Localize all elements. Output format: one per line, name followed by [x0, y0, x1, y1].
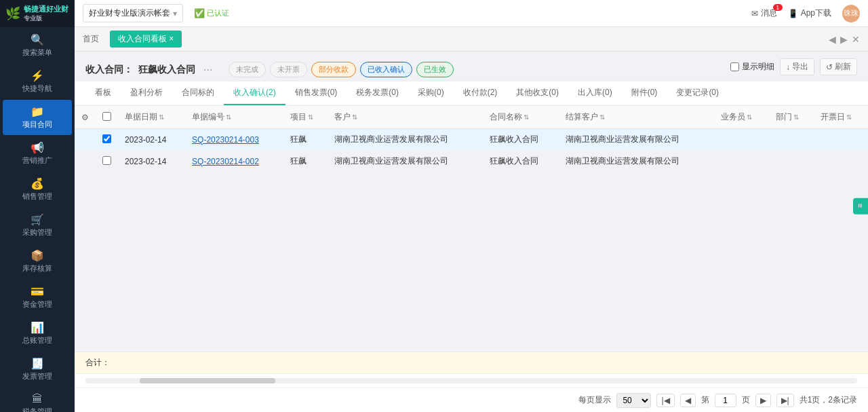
sidebar-item-5[interactable]: 🛒采购管理 — [3, 208, 72, 243]
row-checkbox-cell-1[interactable] — [96, 151, 118, 172]
sidebar-item-9[interactable]: 🧾发票管理 — [3, 352, 72, 387]
show-detail-toggle[interactable]: 显示明细 — [730, 61, 774, 73]
more-actions-btn[interactable]: ··· — [201, 64, 215, 76]
sidebar-item-icon-3: 📢 — [31, 141, 44, 154]
row-order-no-1[interactable]: SQ-20230214-002 — [185, 151, 283, 172]
horizontal-scrollbar[interactable] — [85, 378, 857, 383]
status-btn-4[interactable]: 已生效 — [416, 62, 454, 77]
status-btn-3[interactable]: 已收入确认 — [360, 62, 412, 77]
close-icon[interactable]: ✕ — [852, 34, 860, 45]
messages-btn[interactable]: ✉ 1 消息 — [751, 7, 777, 19]
order-no-link-0[interactable]: SQ-20230214-003 — [192, 135, 259, 145]
sub-tab-9[interactable]: 出入库(0) — [568, 81, 622, 105]
page-size-label: 每页显示 — [578, 394, 611, 406]
active-tab-btn[interactable]: 收入合同看板 × — [110, 31, 182, 48]
table-row[interactable]: 2023-02-14 SQ-20230214-002 狂飙 湖南卫视商业运营发展… — [75, 151, 868, 172]
order-no-link-1[interactable]: SQ-20230214-002 — [192, 157, 259, 166]
sidebar-item-4[interactable]: 💰销售管理 — [3, 172, 72, 207]
row-customer-1: 湖南卫视商业运营发展有限公司 — [328, 151, 483, 172]
sub-tab-2[interactable]: 合同标的 — [172, 81, 224, 105]
nav-next-icon[interactable]: ▶ — [840, 34, 848, 45]
sidebar-item-0[interactable]: 🔍搜索菜单 — [3, 28, 72, 63]
table-footer: 合计： — [75, 352, 868, 373]
sidebar-item-8[interactable]: 📊总账管理 — [3, 316, 72, 351]
row-checkbox-cell-0[interactable] — [96, 129, 118, 151]
sub-tab-4[interactable]: 销售发票(0) — [285, 81, 347, 105]
sub-tab-6[interactable]: 采购(0) — [408, 81, 454, 105]
row-checkbox-0[interactable] — [102, 134, 111, 143]
sidebar-item-icon-7: 💳 — [31, 285, 44, 298]
next-page-btn[interactable]: ▶ — [755, 394, 771, 407]
panel-icon: ≡ — [856, 203, 865, 208]
breadcrumb-home[interactable]: 首页 — [83, 33, 99, 45]
sidebar-item-7[interactable]: 💳资金管理 — [3, 280, 72, 315]
right-panel-toggle[interactable]: ≡ — [853, 198, 868, 214]
row-settings-1 — [75, 151, 96, 172]
sub-tab-3[interactable]: 收入确认(2) — [224, 81, 285, 105]
salesperson-column-header[interactable]: 业务员⇅ — [714, 106, 768, 129]
sidebar-item-label-5: 采购管理 — [22, 227, 52, 238]
app-download-btn[interactable]: 📱 App下载 — [788, 7, 831, 19]
check-circle-icon: ✅ — [194, 8, 205, 18]
data-table: ⚙ 单据日期⇅ 单据编号⇅ 项目⇅ 客户⇅ 合同名称⇅ 结算客户⇅ 业务员⇅ 部… — [75, 106, 868, 172]
status-btn-0[interactable]: 未完成 — [229, 62, 266, 77]
status-btn-2[interactable]: 部分收款 — [311, 62, 356, 77]
nav-prev-icon[interactable]: ◀ — [829, 34, 836, 45]
row-contract-name-1: 狂飙收入合同 — [483, 151, 559, 172]
company-dropdown-icon: ▾ — [173, 9, 177, 18]
sub-tab-7[interactable]: 收付款(2) — [454, 81, 507, 105]
prev-page-btn[interactable]: ◀ — [680, 394, 696, 407]
sub-tab-10[interactable]: 附件(0) — [622, 81, 667, 105]
customer-column-header[interactable]: 客户⇅ — [328, 106, 483, 129]
select-all-checkbox[interactable] — [102, 112, 111, 121]
invoice-date-column-header[interactable]: 开票日⇅ — [814, 106, 868, 129]
first-page-btn[interactable]: |◀ — [656, 394, 674, 407]
company-selector[interactable]: 好业财专业版演示帐套 ▾ — [83, 4, 183, 22]
sidebar-item-icon-5: 🛒 — [31, 213, 44, 226]
sidebar-item-3[interactable]: 📢营销推广 — [3, 136, 72, 171]
row-department-1 — [769, 151, 814, 172]
table-row[interactable]: 2023-02-14 SQ-20230214-003 狂飙 湖南卫视商业运营发展… — [75, 129, 868, 151]
avatar: 珠珠 — [842, 5, 860, 22]
verified-label: 已认证 — [207, 8, 229, 18]
sidebar-item-1[interactable]: ⚡快捷导航 — [3, 64, 72, 99]
page-size-select[interactable]: 50 100 200 — [616, 393, 651, 408]
contract-header: 收入合同： 狂飙收入合同 ··· 未完成未开票部分收款已收入确认已生效 显示明细… — [75, 52, 868, 81]
settlement-customer-column-header[interactable]: 结算客户⇅ — [559, 106, 714, 129]
sub-tab-5[interactable]: 税务发票(0) — [347, 81, 408, 105]
contract-status-buttons: 未完成未开票部分收款已收入确认已生效 — [229, 62, 454, 77]
sidebar-item-label-0: 搜索菜单 — [22, 48, 52, 58]
select-all-header[interactable] — [96, 106, 118, 129]
project-column-header[interactable]: 项目⇅ — [283, 106, 328, 129]
contract-name-column-header[interactable]: 合同名称⇅ — [483, 106, 559, 129]
sidebar-item-2[interactable]: 📁项目合同 — [3, 100, 72, 135]
user-avatar-btn[interactable]: 珠珠 — [842, 5, 860, 22]
export-btn[interactable]: ↓ 导出 — [780, 58, 814, 75]
show-detail-checkbox[interactable] — [730, 62, 739, 71]
row-customer-0: 湖南卫视商业运营发展有限公司 — [328, 129, 483, 151]
scroll-thumb[interactable] — [140, 378, 275, 383]
app-title: 畅捷通好业财 — [24, 4, 68, 14]
status-btn-1[interactable]: 未开票 — [270, 62, 307, 77]
page-number-input[interactable] — [715, 394, 736, 407]
date-column-header[interactable]: 单据日期⇅ — [118, 106, 185, 129]
sidebar-item-label-10: 税务管理 — [22, 407, 52, 412]
sidebar-item-10[interactable]: 🏛税务管理 — [3, 388, 72, 412]
row-order-no-0[interactable]: SQ-20230214-003 — [185, 129, 283, 151]
topbar: 好业财专业版演示帐套 ▾ ✅ 已认证 ✉ 1 消息 📱 App下载 珠珠 — [75, 0, 868, 27]
row-checkbox-1[interactable] — [102, 156, 111, 165]
department-column-header[interactable]: 部门⇅ — [769, 106, 814, 129]
sub-tab-11[interactable]: 变更记录(0) — [667, 81, 728, 105]
row-salesperson-1 — [714, 151, 768, 172]
table-header-row: ⚙ 单据日期⇅ 单据编号⇅ 项目⇅ 客户⇅ 合同名称⇅ 结算客户⇅ 业务员⇅ 部… — [75, 106, 868, 129]
total-label: 合计： — [85, 357, 110, 369]
last-page-btn[interactable]: ▶| — [776, 394, 794, 407]
sub-tab-0[interactable]: 看板 — [85, 81, 121, 105]
settings-column-header[interactable]: ⚙ — [75, 106, 96, 129]
sidebar-item-6[interactable]: 📦库存核算 — [3, 244, 72, 279]
sub-tab-8[interactable]: 其他收支(0) — [507, 81, 568, 105]
breadcrumb-bar: 首页 收入合同看板 × ◀ ▶ ✕ — [75, 27, 868, 52]
sub-tab-1[interactable]: 盈利分析 — [121, 81, 172, 105]
refresh-btn[interactable]: ↺ 刷新 — [820, 58, 857, 75]
order-no-column-header[interactable]: 单据编号⇅ — [185, 106, 283, 129]
